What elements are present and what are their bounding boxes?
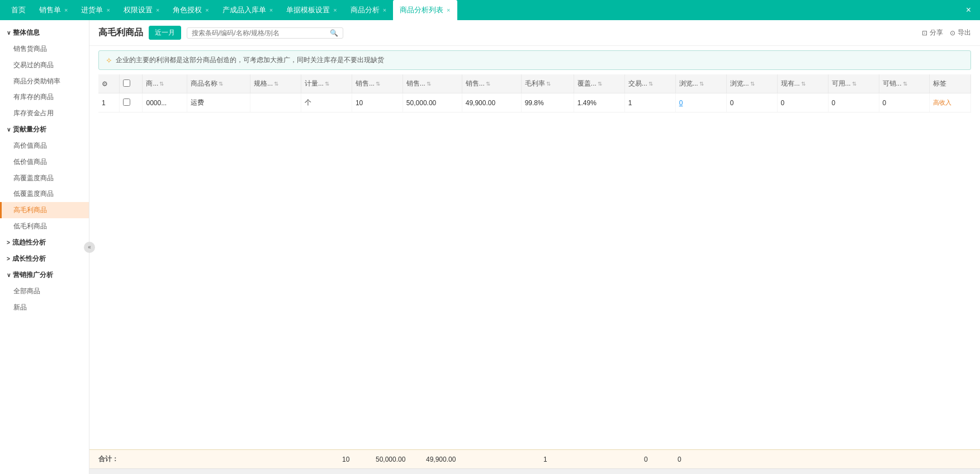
settings-icon[interactable]: ⚙ [102, 80, 108, 88]
sidebar-group-arrow: > [7, 256, 10, 262]
select-all-checkbox[interactable] [123, 79, 130, 87]
col-label: 销售... [356, 79, 375, 88]
col-header-trade_count[interactable]: 交易...⇅ [624, 74, 675, 93]
sort-icon: ⇅ [699, 81, 704, 87]
sidebar-group-流趋性分析[interactable]: >流趋性分析 [0, 234, 89, 251]
sidebar-item-低价值商品[interactable]: 低价值商品 [0, 154, 89, 170]
sort-icon: ⇅ [159, 81, 164, 87]
sidebar-group-成长性分析[interactable]: >成长性分析 [0, 251, 89, 267]
col-header-sales_cost[interactable]: 销售...⇅ [462, 74, 521, 93]
sidebar-group-arrow: ∨ [7, 126, 11, 133]
sidebar-group-整体信息[interactable]: ∨整体信息 [0, 25, 89, 41]
header-actions: ⊡ 分享 ⊙ 导出 [922, 28, 971, 37]
share-button[interactable]: ⊡ 分享 [922, 28, 943, 37]
sidebar-item-低覆盖度商品[interactable]: 低覆盖度商品 [0, 186, 89, 202]
cell-sales_qty: 10 [352, 93, 403, 112]
sidebar-item-交易过的商品[interactable]: 交易过的商品 [0, 57, 89, 73]
sidebar-group-arrow: ∨ [7, 30, 11, 36]
horizontal-scrollbar[interactable] [89, 468, 980, 474]
nav-close-icon[interactable]: × [269, 7, 273, 13]
nav-item-权限设置[interactable]: 权限设置× [117, 0, 166, 20]
col-header-current_stock[interactable]: 现有...⇅ [777, 74, 828, 93]
share-icon: ⊡ [922, 29, 927, 37]
col-label: 销售... [466, 79, 485, 88]
sidebar-item-全部商品[interactable]: 全部商品 [0, 283, 89, 299]
row-checkbox[interactable] [123, 98, 130, 106]
sidebar-item-低毛利商品[interactable]: 低毛利商品 [0, 218, 89, 234]
nav-item-角色授权[interactable]: 角色授权× [166, 0, 215, 20]
search-icon[interactable]: 🔍 [330, 29, 338, 37]
filter-recent-month-button[interactable]: 近一月 [149, 26, 181, 40]
sort-icon: ⇅ [801, 81, 806, 87]
nav-close-icon[interactable]: × [447, 7, 450, 13]
search-input[interactable] [192, 29, 330, 37]
col-header-gross_margin[interactable]: 毛利率⇅ [521, 74, 574, 93]
col-label: 交易... [628, 79, 647, 88]
info-banner: ✧ 企业的主要的利润都是这部分商品创造的，可考虑加大推广，同时关注库存是不要出现… [98, 50, 971, 70]
sidebar-item-库存资金占用[interactable]: 库存资金占用 [0, 105, 89, 121]
cell-code: 0000... [143, 93, 187, 112]
col-header-sales_qty[interactable]: 销售...⇅ [352, 74, 403, 93]
nav-close-icon[interactable]: × [333, 7, 337, 13]
window-close-button[interactable]: × [962, 5, 976, 15]
col-header-spec[interactable]: 规格...⇅ [250, 74, 301, 93]
nav-item-商品分析[interactable]: 商品分析× [344, 0, 393, 20]
col-header-available_stock[interactable]: 可用...⇅ [828, 74, 879, 93]
search-box: 🔍 [187, 27, 343, 39]
col-header-browse1[interactable]: 浏览...⇅ [675, 74, 726, 93]
cell-current_stock: 0 [777, 93, 828, 112]
cell-browse1[interactable]: 0 [675, 93, 726, 112]
nav-item-销售单[interactable]: 销售单× [32, 0, 74, 20]
total-sales-amount: 50,000.00 [372, 456, 423, 463]
sidebar-item-高毛利商品[interactable]: 高毛利商品 [0, 202, 89, 218]
col-header-unit[interactable]: 计量...⇅ [301, 74, 352, 93]
sidebar-group-label: 整体信息 [13, 28, 40, 37]
nav-close-icon[interactable]: × [205, 7, 209, 13]
col-header-rownum: ⚙ [98, 74, 119, 93]
nav-close-icon[interactable]: × [64, 7, 68, 13]
nav-item-商品分析列表[interactable]: 商品分析列表× [393, 0, 457, 20]
nav-item-产成品入库单[interactable]: 产成品入库单× [216, 0, 280, 20]
cell-sales_amount: 50,000.00 [403, 93, 462, 112]
col-header-name[interactable]: 商品名称⇅ [187, 74, 250, 93]
sidebar-item-销售货商品[interactable]: 销售货商品 [0, 41, 89, 57]
col-label: 商品名称 [191, 79, 217, 88]
col-label: 可用... [832, 79, 851, 88]
sort-icon: ⇅ [903, 81, 907, 87]
sidebar-item-高覆盖度商品[interactable]: 高覆盖度商品 [0, 170, 89, 186]
col-label: 商... [146, 79, 158, 88]
col-label: 覆盖... [577, 79, 596, 88]
col-header-sales_amount[interactable]: 销售...⇅ [403, 74, 462, 93]
total-bar: 合计： 10 50,000.00 49,900.00 1 0 0 [89, 449, 980, 468]
sort-icon: ⇅ [376, 81, 380, 87]
cell-spec [250, 93, 301, 112]
col-label: 销售... [406, 79, 425, 88]
nav-item-首页[interactable]: 首页 [4, 0, 32, 20]
nav-item-单据模板设置[interactable]: 单据模板设置× [280, 0, 343, 20]
sidebar-group-贡献量分析[interactable]: ∨贡献量分析 [0, 121, 89, 138]
cell-tag: 高收入 [930, 93, 971, 112]
cell-name: 运费 [187, 93, 250, 112]
nav-close-icon[interactable]: × [383, 7, 386, 13]
sidebar-item-有库存的商品[interactable]: 有库存的商品 [0, 89, 89, 105]
col-header-coverage[interactable]: 覆盖...⇅ [574, 74, 624, 93]
col-header-code[interactable]: 商...⇅ [143, 74, 187, 93]
nav-close-icon[interactable]: × [156, 7, 159, 13]
col-header-browse2[interactable]: 浏览...⇅ [726, 74, 777, 93]
col-label: 毛利率 [525, 79, 545, 88]
nav-close-icon[interactable]: × [106, 7, 110, 13]
sort-icon: ⇅ [486, 81, 490, 87]
sidebar-item-新品[interactable]: 新品 [0, 299, 89, 316]
sidebar-group-营销推广分析[interactable]: ∨营销推广分析 [0, 267, 89, 283]
sidebar-item-商品分类助销率[interactable]: 商品分类助销率 [0, 73, 89, 90]
table-header: ⚙商...⇅商品名称⇅规格...⇅计量...⇅销售...⇅销售...⇅销售...… [98, 74, 971, 93]
cell-checkbox [119, 93, 142, 112]
sidebar: ∨整体信息销售货商品交易过的商品商品分类助销率有库存的商品库存资金占用∨贡献量分… [0, 20, 89, 474]
col-label: 计量... [305, 79, 324, 88]
data-table: ⚙商...⇅商品名称⇅规格...⇅计量...⇅销售...⇅销售...⇅销售...… [98, 74, 971, 112]
col-header-saleable_stock[interactable]: 可销...⇅ [879, 74, 930, 93]
sidebar-collapse-button[interactable]: « [84, 242, 95, 253]
sidebar-item-高价值商品[interactable]: 高价值商品 [0, 138, 89, 154]
nav-item-进货单[interactable]: 进货单× [74, 0, 116, 20]
export-button[interactable]: ⊙ 导出 [950, 28, 971, 37]
